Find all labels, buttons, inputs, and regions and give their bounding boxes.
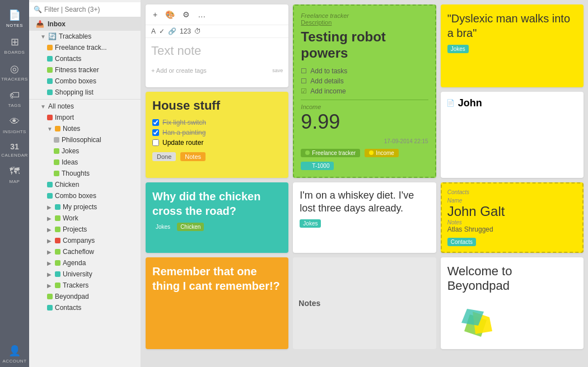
welcome-title: Welcome to Beyondpad bbox=[447, 264, 577, 293]
work-dot bbox=[55, 215, 60, 221]
notes-label-card: Notes bbox=[293, 257, 436, 349]
galt-notes-value: Atlas Shrugged bbox=[447, 225, 577, 233]
john-card: 📄 John bbox=[441, 92, 584, 178]
tag-add-row: + Add or create tags save bbox=[146, 64, 288, 77]
chicken-tag-jokes[interactable]: Jokes bbox=[152, 223, 174, 231]
chicken-label: Chicken bbox=[55, 181, 136, 189]
contacts2-label: Contacts bbox=[55, 304, 136, 312]
done-button[interactable]: Done bbox=[152, 152, 176, 161]
nav-trackers[interactable]: ◎ TRACKERS bbox=[0, 58, 29, 85]
house-title: House stuff bbox=[152, 98, 282, 113]
dyslexic-title: "Dyslexic man walks into a bra" bbox=[447, 11, 577, 40]
task-fix-light: Fix light switch bbox=[152, 119, 282, 126]
inbox-item[interactable]: 📥 Inbox bbox=[29, 17, 141, 31]
format-num-button[interactable]: 123 bbox=[180, 27, 191, 35]
sidebar-item-shopping[interactable]: Shopping list bbox=[29, 87, 141, 98]
trackables-section[interactable]: ▼ 🔄 Trackables bbox=[29, 31, 141, 42]
freelance-footer: Freelance tracker Income T-1000 bbox=[301, 149, 428, 170]
trackers-icon: ◎ bbox=[10, 63, 19, 75]
myprojects-label: My projects bbox=[63, 203, 136, 211]
format-text-button[interactable]: A bbox=[151, 27, 156, 35]
boards-icon: ⊞ bbox=[11, 36, 19, 48]
cacheflow-label: Cacheflow bbox=[63, 248, 136, 256]
all-notes-section[interactable]: ▼ All notes bbox=[29, 101, 141, 112]
chicken-dot bbox=[47, 182, 53, 187]
companys-label: Companys bbox=[63, 237, 136, 244]
sidebar-item-myprojects[interactable]: ▶ My projects bbox=[29, 201, 141, 213]
sidebar-item-combo[interactable]: Combo boxes bbox=[29, 76, 141, 87]
galt-contacts-label: Contacts bbox=[447, 189, 577, 195]
sidebar-item-cacheflow[interactable]: ▶ Cacheflow bbox=[29, 246, 141, 257]
beyondpad-logo bbox=[447, 298, 503, 342]
task-fix-light-checkbox[interactable] bbox=[152, 119, 159, 126]
nav-insights[interactable]: 👁 INSIGHTS bbox=[0, 111, 29, 138]
sidebar-item-chicken[interactable]: Chicken bbox=[29, 179, 141, 190]
sidebar-item-jokes[interactable]: Jokes bbox=[29, 145, 141, 157]
whiskey-tag-jokes[interactable]: Jokes bbox=[300, 219, 321, 228]
sidebar-item-ideas[interactable]: Ideas bbox=[29, 157, 141, 168]
search-input[interactable] bbox=[44, 6, 136, 13]
more-button[interactable]: … bbox=[196, 9, 207, 20]
remember-title: Remember that one thing I cant remember!… bbox=[152, 264, 282, 293]
map-icon: 🗺 bbox=[10, 166, 20, 177]
task-checkbox-3: ☑ bbox=[301, 87, 307, 95]
sidebar-item-beyondpad[interactable]: Beyondpad bbox=[29, 291, 141, 302]
sidebar-item-notes[interactable]: ▼ Notes bbox=[29, 123, 141, 134]
nav-notes[interactable]: 📄 NOTES bbox=[0, 4, 29, 31]
tag-placeholder[interactable]: + Add or create tags bbox=[151, 67, 207, 74]
sidebar-item-combo2[interactable]: Combo boxes bbox=[29, 190, 141, 201]
work-label: Work bbox=[63, 214, 136, 222]
nav-calendar[interactable]: 31 CALENDAR bbox=[0, 138, 29, 161]
sidebar-item-companys[interactable]: ▶ Companys bbox=[29, 235, 141, 246]
task-update-router-checkbox[interactable] bbox=[152, 139, 159, 146]
agenda-arrow: ▶ bbox=[47, 260, 53, 266]
sidebar-item-trackers[interactable]: ▶ Trackers bbox=[29, 280, 141, 291]
sidebar-item-university[interactable]: ▶ University bbox=[29, 269, 141, 280]
trackables-icon: 🔄 bbox=[48, 32, 57, 40]
notes-button[interactable]: Notes bbox=[180, 152, 206, 161]
freelance-label: Freelance track... bbox=[55, 44, 136, 51]
sidebar-item-agenda[interactable]: ▶ Agenda bbox=[29, 257, 141, 269]
color-button[interactable]: 🎨 bbox=[164, 9, 176, 20]
format-time-button[interactable]: ⏱ bbox=[194, 27, 201, 35]
sidebar-item-thoughts[interactable]: Thoughts bbox=[29, 168, 141, 179]
save-button[interactable]: save bbox=[272, 68, 283, 73]
sidebar-item-philosophical[interactable]: Philosophical bbox=[29, 134, 141, 145]
jokes-dot bbox=[54, 148, 59, 154]
icon-sidebar: 📄 NOTES ⊞ BOARDS ◎ TRACKERS 🏷 TAGS 👁 INS… bbox=[0, 0, 29, 367]
companys-arrow: ▶ bbox=[47, 238, 53, 244]
fitness-dot bbox=[47, 67, 53, 73]
sidebar-item-contacts[interactable]: Contacts bbox=[29, 53, 141, 64]
sidebar-item-work[interactable]: ▶ Work bbox=[29, 213, 141, 224]
format-link-button[interactable]: 🔗 bbox=[168, 27, 176, 35]
beyondpad-dot bbox=[47, 294, 53, 299]
nav-tags[interactable]: 🏷 TAGS bbox=[0, 85, 29, 111]
dyslexic-tags: Jokes bbox=[447, 45, 577, 53]
sidebar-item-fitness[interactable]: Fitness tracker bbox=[29, 64, 141, 76]
chicken-tag-chicken[interactable]: Chicken bbox=[177, 223, 204, 231]
text-note-placeholder[interactable]: Text note bbox=[146, 38, 288, 64]
projects-arrow: ▶ bbox=[47, 227, 53, 233]
galt-tag-contacts[interactable]: Contacts bbox=[447, 238, 476, 246]
sidebar-item-freelance[interactable]: Freelance track... bbox=[29, 42, 141, 53]
task-add-details: ☐ Add details bbox=[301, 77, 428, 85]
trackables-label: Trackables bbox=[59, 32, 136, 40]
sidebar-item-projects[interactable]: ▶ Projects bbox=[29, 224, 141, 235]
agenda-dot bbox=[55, 260, 60, 266]
income-label: Income bbox=[301, 103, 428, 110]
settings-button[interactable]: ⚙ bbox=[181, 9, 192, 20]
format-check-button[interactable]: ✓ bbox=[159, 27, 165, 35]
nav-account[interactable]: 👤 ACCOUNT bbox=[0, 340, 29, 367]
dyslexic-tag-jokes[interactable]: Jokes bbox=[447, 45, 469, 53]
tracker-sub: Description bbox=[301, 19, 428, 26]
nav-map[interactable]: 🗺 MAP bbox=[0, 161, 29, 187]
university-arrow: ▶ bbox=[47, 271, 53, 277]
sidebar-item-contacts2[interactable]: Contacts bbox=[29, 302, 141, 313]
add-button[interactable]: + bbox=[151, 9, 159, 20]
task-hang-painting-checkbox[interactable] bbox=[152, 129, 159, 136]
trackers-tree-label: Trackers bbox=[63, 281, 136, 289]
chicken-card: Why did the chicken cross the road? Joke… bbox=[146, 182, 288, 253]
trackers-tree-dot bbox=[55, 283, 60, 288]
sidebar-item-import[interactable]: Import bbox=[29, 112, 141, 123]
nav-boards[interactable]: ⊞ BOARDS bbox=[0, 31, 29, 58]
